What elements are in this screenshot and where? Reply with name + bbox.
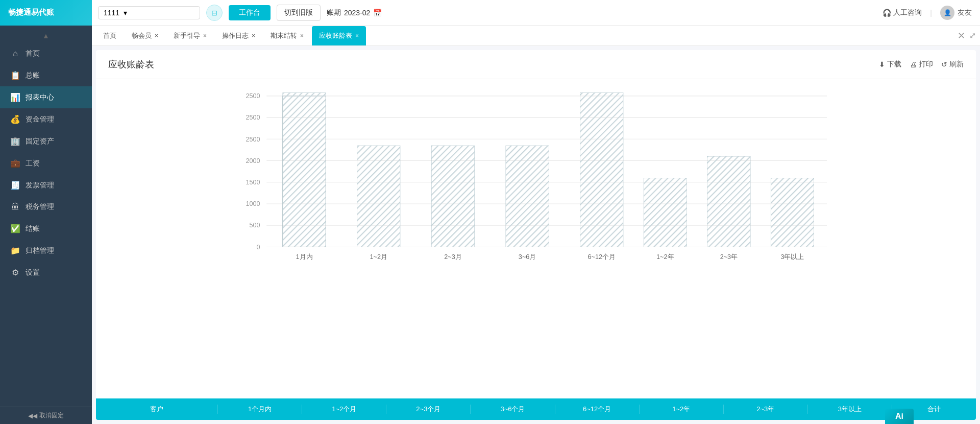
bar-chart: 2500 2500 2500 2000 1500 1000 500 0 [108,87,964,281]
svg-text:1500: 1500 [246,179,260,186]
download-icon: ⬇ [879,60,885,68]
table-header-7: 2~3年 [724,405,808,414]
user-area[interactable]: 👤 友友 [940,6,972,20]
header: 畅捷通易代账 1111 ▾ ⊟ 工作台 切到旧版 账期 2023-02 📅 🎧 … [0,0,980,26]
sidebar-icon-payroll: 💼 [10,158,20,168]
tabs-actions: ✕ ⤢ [958,30,976,41]
refresh-label: 刷新 [949,60,964,69]
expand-icon[interactable]: ⤢ [969,31,976,40]
svg-rect-18 [283,93,326,247]
refresh-icon: ↺ [941,60,947,68]
calendar-icon[interactable]: 📅 [373,9,382,17]
table-header-3: 2~3个月 [386,405,471,414]
ai-badge[interactable]: Ai [885,409,914,424]
svg-text:1~2月: 1~2月 [370,253,387,261]
tab-period-end[interactable]: 期末结转 × [263,26,311,45]
tab-label-oplog: 操作日志 [222,31,249,40]
sidebar-item-fixed-assets[interactable]: 🏢 固定资产 [0,130,92,152]
svg-rect-25 [771,178,814,247]
svg-text:1月内: 1月内 [296,253,313,261]
sidebar-item-settlement[interactable]: ✅ 结账 [0,218,92,240]
sidebar-icon-tax: 🏛 [10,202,20,211]
svg-rect-23 [644,178,687,247]
period-value: 2023-02 [344,9,370,17]
sidebar-item-settings[interactable]: ⚙ 设置 [0,262,92,284]
user-name: 友友 [958,8,972,17]
copy-button[interactable]: ⊟ [206,5,223,21]
sidebar-item-reports[interactable]: 📊 报表中心 [0,86,92,108]
svg-text:2500: 2500 [246,136,260,143]
svg-text:1~2年: 1~2年 [656,253,674,261]
chevron-down-icon: ▾ [124,9,127,17]
tab-close-guide[interactable]: × [203,32,207,39]
switch-button[interactable]: 切到旧版 [277,5,321,21]
workbench-button[interactable]: 工作台 [229,5,271,20]
company-name: 1111 [104,9,119,17]
download-label: 下载 [887,60,901,69]
sidebar-item-archive[interactable]: 📁 归档管理 [0,240,92,262]
table-header-2: 1~2个月 [302,405,386,414]
sidebar-label-invoice: 发票管理 [26,181,54,190]
tab-home[interactable]: 首页 [96,26,124,45]
svg-text:2~3年: 2~3年 [720,253,738,261]
sidebar-item-ledger[interactable]: 📋 总账 [0,64,92,86]
cancel-fixed-button[interactable]: ◀◀ 取消固定 [0,407,92,424]
sidebar-icon-home: ⌂ [10,49,20,58]
tab-close-oplog[interactable]: × [252,32,255,39]
headset-icon: 🎧 [883,9,891,17]
service-button[interactable]: 🎧 人工咨询 [883,8,922,17]
scroll-up-indicator: ▲ [0,29,92,43]
table-header-0: 客户 [96,405,218,414]
sidebar-item-payroll[interactable]: 💼 工资 [0,152,92,174]
table-header-8: 3年以上 [808,405,892,414]
tab-close-ar-aging[interactable]: × [355,32,359,39]
print-label: 打印 [919,60,933,69]
svg-text:1000: 1000 [246,200,260,207]
tab-oplog[interactable]: 操作日志 × [215,26,262,45]
sidebar-item-invoice[interactable]: 🧾 发票管理 [0,174,92,196]
company-selector[interactable]: 1111 ▾ [98,6,200,19]
sidebar-icon-settlement: ✅ [10,224,20,233]
period-label: 账期 [327,8,341,17]
print-button[interactable]: 🖨 打印 [910,60,933,69]
table-header-4: 3~6个月 [471,405,555,414]
table-header: 客户1个月内1~2个月2~3个月3~6个月6~12个月1~2年2~3年3年以上合… [96,398,976,420]
svg-text:500: 500 [249,222,260,229]
chart-wrap: 2500 2500 2500 2000 1500 1000 500 0 [108,87,964,281]
service-label: 人工咨询 [893,8,922,17]
sidebar-label-settlement: 结账 [26,224,40,233]
tab-label-guide: 新手引导 [174,31,200,40]
page-actions: ⬇ 下载 🖨 打印 ↺ 刷新 [879,60,964,69]
sidebar-icon-ledger: 📋 [10,70,20,80]
refresh-button[interactable]: ↺ 刷新 [941,60,964,69]
svg-text:2500: 2500 [246,114,260,121]
tabs-bar: 首页 畅会员 × 新手引导 × 操作日志 × 期末结转 × 应收账龄表 × ✕ … [92,26,980,46]
sidebar-icon-fixed-assets: 🏢 [10,136,20,146]
sidebar-icon-invoice: 🧾 [10,180,20,190]
tab-close-member[interactable]: × [155,32,158,39]
sidebar-icon-funds: 💰 [10,114,20,124]
download-button[interactable]: ⬇ 下载 [879,60,901,69]
table-header-5: 6~12个月 [555,405,640,414]
page-title: 应收账龄表 [108,58,154,70]
tab-member[interactable]: 畅会员 × [125,26,165,45]
sidebar-label-ledger: 总账 [26,71,40,80]
table-header-1: 1个月内 [218,405,302,414]
tab-ar-aging[interactable]: 应收账龄表 × [312,26,366,45]
svg-rect-19 [357,146,400,247]
logo-text: 畅捷通易代账 [8,8,54,17]
main-layout: ▲ ⌂ 首页 📋 总账 📊 报表中心 💰 资金管理 🏢 固定资产 💼 工资 🧾 … [0,26,980,424]
sidebar-item-tax[interactable]: 🏛 税务管理 [0,196,92,218]
sidebar-label-payroll: 工资 [26,159,40,168]
page-header: 应收账龄表 ⬇ 下载 🖨 打印 ↺ 刷新 [96,50,976,79]
close-all-icon[interactable]: ✕ [958,30,965,41]
sidebar-item-home[interactable]: ⌂ 首页 [0,43,92,64]
svg-text:3年以上: 3年以上 [780,253,804,261]
svg-text:3~6月: 3~6月 [519,253,536,261]
sidebar-label-funds: 资金管理 [26,115,54,124]
tab-guide[interactable]: 新手引导 × [166,26,214,45]
svg-rect-24 [707,156,750,247]
avatar: 👤 [940,6,954,20]
sidebar-item-funds[interactable]: 💰 资金管理 [0,108,92,130]
tab-close-period-end[interactable]: × [300,32,304,39]
